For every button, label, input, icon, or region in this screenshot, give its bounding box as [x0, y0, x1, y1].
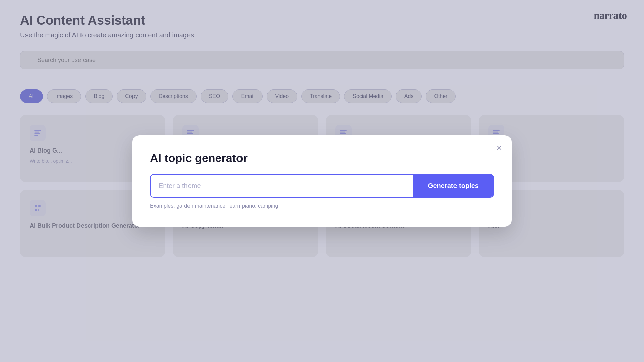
modal-title: AI topic generator — [150, 152, 494, 165]
theme-input[interactable] — [151, 175, 413, 197]
modal-examples: Examples: garden maintenance, learn pian… — [150, 203, 494, 209]
modal-input-row: Generate topics — [150, 174, 494, 198]
modal: × AI topic generator Generate topics Exa… — [132, 135, 512, 227]
modal-overlay: × AI topic generator Generate topics Exa… — [0, 0, 644, 362]
close-button[interactable]: × — [497, 143, 502, 153]
generate-topics-button[interactable]: Generate topics — [413, 175, 493, 197]
